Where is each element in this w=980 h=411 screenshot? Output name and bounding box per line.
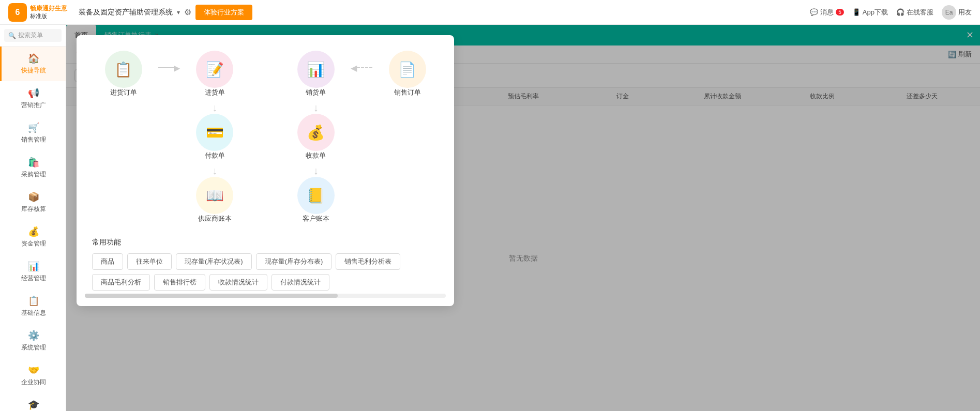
quick-nav-modal: 📋 进货订单 ▶ 📝 进货单 📊 销货单	[77, 35, 454, 306]
sidebar-nav: 🏠 快捷导航 📢 营销推广 🛒 销售管理 🛍️ 采购管理 📦 库存核算 💰 资金…	[0, 47, 66, 411]
sales-bill-node[interactable]: 📊 销货单	[284, 51, 347, 97]
modal-overlay: 📋 进货订单 ▶ 📝 进货单 📊 销货单	[66, 25, 980, 411]
common-btn-4[interactable]: 销售毛利分析表	[336, 253, 400, 270]
sidebar-item-sales[interactable]: 🛒 销售管理	[0, 116, 66, 150]
sales-order-node[interactable]: 📄 销售订单	[376, 51, 439, 97]
common-btn-3[interactable]: 现存量(库存分布表)	[256, 253, 332, 270]
connector-row-1: ↓ ↓	[92, 101, 439, 114]
purchase-label: 采购管理	[21, 170, 46, 179]
sidebar-item-system[interactable]: ⚙️ 系统管理	[0, 324, 66, 358]
dropdown-arrow-icon[interactable]: ▾	[177, 9, 180, 16]
arrow-receipt-bill-down: ↓	[284, 165, 347, 176]
sidebar-item-enterprise[interactable]: 🤝 企业协同	[0, 358, 66, 393]
arrow-payment-bill-down: ↓	[184, 165, 246, 176]
common-btn-2[interactable]: 现存量(库存状况表)	[176, 253, 252, 270]
system-title: 装备及固定资产辅助管理系统	[79, 8, 173, 17]
logo-text: 畅康通好生意 标准版	[30, 5, 67, 20]
payment-bill-label: 付款单	[205, 151, 225, 160]
customer-ledger-node[interactable]: 📒 客户账本	[284, 177, 347, 223]
top-right: 💬 消息 5 📱 App下载 🎧 在线客服 Ea 用友	[810, 5, 972, 20]
service-icon: 🎧	[896, 8, 904, 16]
app-download-item[interactable]: 📱 App下载	[852, 8, 888, 17]
receipt-bill-node[interactable]: 💰 收款单	[284, 114, 347, 160]
common-btn-8[interactable]: 付款情况统计	[272, 274, 329, 291]
arrow-purchase-order-to-bill: ▶	[155, 63, 184, 73]
common-btn-7[interactable]: 收款情况统计	[209, 274, 267, 291]
message-item[interactable]: 💬 消息 5	[810, 8, 844, 17]
system-label: 系统管理	[21, 343, 46, 352]
sales-order-label: 销售订单	[394, 88, 421, 97]
supplier-ledger-label: 供应商账本	[198, 214, 232, 223]
sidebar-item-finance[interactable]: 💰 资金管理	[0, 220, 66, 254]
modal-scrollbar-thumb[interactable]	[85, 294, 338, 298]
arrow-purchase-bill-down: ↓	[184, 102, 246, 113]
flow-row-2: 💳 付款单 💰 收款单	[92, 114, 439, 160]
system-title-area: 装备及固定资产辅助管理系统 ▾ ⚙ 体验行业方案	[79, 5, 252, 20]
common-btn-6[interactable]: 销售排行榜	[154, 274, 205, 291]
sales-label: 销售管理	[21, 135, 46, 144]
flow-row-1: 📋 进货订单 ▶ 📝 进货单 📊 销货单	[92, 51, 439, 97]
purchase-bill-label: 进货单	[205, 88, 225, 97]
common-btn-5[interactable]: 商品毛利分析	[92, 274, 150, 291]
basic-info-icon: 📋	[28, 295, 39, 307]
receipt-bill-label: 收款单	[306, 151, 326, 160]
common-btn-0[interactable]: 商品	[92, 253, 123, 270]
search-input-area[interactable]: 🔍 搜索菜单	[4, 29, 62, 42]
operations-icon: 📊	[28, 261, 39, 272]
purchase-order-node[interactable]: 📋 进货订单	[92, 51, 155, 97]
customer-ledger-label: 客户账本	[303, 214, 329, 223]
marketing-label: 营销推广	[21, 101, 46, 110]
flow-row-3: 📖 供应商账本 📒 客户账本	[92, 177, 439, 223]
receipt-bill-icon: 💰	[297, 114, 335, 151]
service-item[interactable]: 🎧 在线客服	[896, 8, 933, 17]
logo-sub-text: 标准版	[30, 12, 67, 20]
quick-nav-label: 快捷导航	[21, 66, 46, 75]
sidebar-item-guide[interactable]: 🎓 新手引导	[0, 393, 66, 411]
modal-scrollbar[interactable]	[85, 294, 446, 298]
message-icon: 💬	[810, 8, 818, 16]
app-label: App下载	[863, 8, 888, 17]
sidebar-item-operations[interactable]: 📊 经营管理	[0, 254, 66, 289]
customer-ledger-icon: 📒	[297, 177, 335, 214]
logo-main-text: 畅康通好生意	[30, 5, 67, 13]
sidebar-item-marketing[interactable]: 📢 营销推广	[0, 81, 66, 116]
user-item[interactable]: Ea 用友	[942, 5, 972, 20]
service-label: 在线客服	[907, 8, 933, 17]
sales-order-icon: 📄	[389, 51, 426, 88]
system-icon: ⚙️	[28, 330, 39, 341]
avatar: Ea	[942, 5, 956, 20]
gear-icon[interactable]: ⚙	[184, 7, 191, 17]
common-functions-title: 常用功能	[92, 238, 439, 247]
sales-bill-label: 销货单	[306, 88, 326, 97]
purchase-bill-icon: 📝	[196, 51, 233, 88]
sidebar-search[interactable]: 🔍 搜索菜单	[0, 25, 66, 47]
arrow-sales-order-to-bill: ◀	[347, 63, 376, 73]
purchase-order-label: 进货订单	[110, 88, 137, 97]
sidebar: 🔍 搜索菜单 🏠 快捷导航 📢 营销推广 🛒 销售管理 🛍️ 采购管理 📦 库存…	[0, 25, 66, 411]
try-btn[interactable]: 体验行业方案	[195, 5, 252, 20]
guide-icon: 🎓	[28, 399, 39, 410]
sales-bill-icon: 📊	[297, 51, 335, 88]
app-icon: 📱	[852, 8, 861, 16]
sidebar-item-purchase[interactable]: 🛍️ 采购管理	[0, 150, 66, 185]
top-bar: 6 畅康通好生意 标准版 装备及固定资产辅助管理系统 ▾ ⚙ 体验行业方案 💬 …	[0, 0, 980, 25]
sidebar-item-inventory[interactable]: 📦 库存核算	[0, 185, 66, 220]
connector-row-2: ↓ ↓	[92, 164, 439, 177]
quick-nav-icon: 🏠	[28, 53, 39, 64]
sidebar-item-quick-nav[interactable]: 🏠 快捷导航	[0, 47, 66, 81]
user-label: 用友	[958, 8, 972, 17]
search-placeholder: 搜索菜单	[18, 31, 43, 40]
logo-icon: 6	[8, 3, 27, 22]
finance-icon: 💰	[28, 226, 39, 237]
purchase-icon: 🛍️	[28, 157, 39, 168]
purchase-bill-node[interactable]: 📝 进货单	[184, 51, 246, 97]
supplier-ledger-node[interactable]: 📖 供应商账本	[184, 177, 246, 223]
operations-label: 经营管理	[21, 274, 46, 283]
payment-bill-icon: 💳	[196, 114, 233, 151]
sidebar-item-basic-info[interactable]: 📋 基础信息	[0, 289, 66, 324]
inventory-icon: 📦	[28, 191, 39, 203]
message-badge: 5	[836, 9, 844, 16]
message-label: 消息	[820, 8, 834, 17]
payment-bill-node[interactable]: 💳 付款单	[184, 114, 246, 160]
common-btn-1[interactable]: 往来单位	[127, 253, 172, 270]
